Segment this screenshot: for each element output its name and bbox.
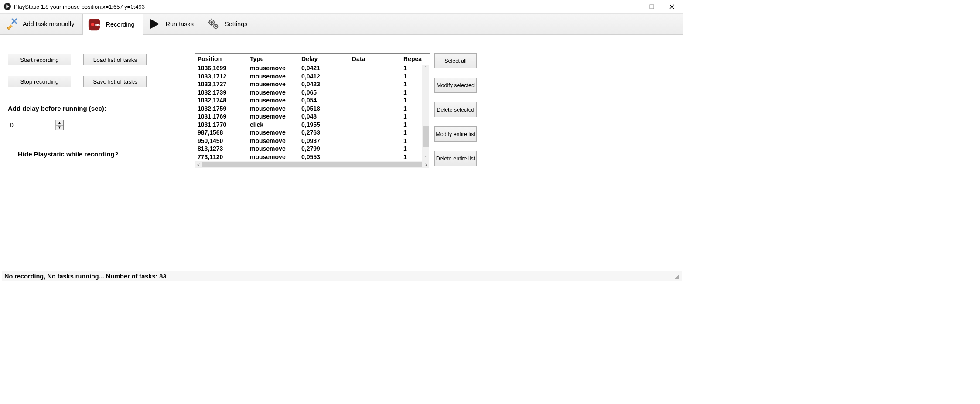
- delete-selected-button[interactable]: Delete selected: [434, 102, 477, 117]
- hscroll-track[interactable]: [202, 162, 422, 167]
- delete-entire-list-button[interactable]: Delete entire list: [434, 151, 477, 166]
- play-icon: [147, 17, 161, 31]
- record-icon: REC: [87, 17, 101, 31]
- start-recording-button[interactable]: Start recording: [8, 54, 71, 65]
- table-row[interactable]: 950,1450mousemove0,09371: [195, 137, 430, 145]
- scroll-right-icon[interactable]: >: [425, 163, 427, 167]
- modify-selected-button[interactable]: Modify selected: [434, 78, 477, 93]
- table-row[interactable]: 987,1568mousemove0,27631: [195, 129, 430, 137]
- table-row[interactable]: 1033,1727mousemove0,04231: [195, 80, 430, 88]
- col-repeat[interactable]: Repea: [401, 55, 422, 62]
- close-button[interactable]: [662, 0, 682, 13]
- modify-entire-list-button[interactable]: Modify entire list: [434, 126, 477, 142]
- col-position[interactable]: Position: [195, 55, 247, 62]
- cell-delay: 0,2763: [299, 129, 349, 136]
- table-row[interactable]: 773,1120mousemove0,05531: [195, 153, 430, 161]
- window-title: PlayStatic 1.8 your mouse position:x=1:6…: [14, 3, 145, 10]
- table-row[interactable]: 1036,1699mousemove0,04211: [195, 64, 430, 72]
- table-row[interactable]: 1032,1739mousemove0,0651: [195, 88, 430, 97]
- table-row[interactable]: 1032,1759mousemove0,05181: [195, 105, 430, 113]
- cell-delay: 0,0937: [299, 137, 349, 144]
- select-all-button[interactable]: Select all: [434, 53, 477, 68]
- cell-position: 1032,1759: [195, 105, 247, 112]
- cell-type: mousemove: [247, 65, 299, 71]
- cell-repeat: 1: [401, 89, 422, 96]
- col-data[interactable]: Data: [349, 55, 401, 62]
- hide-checkbox-label: Hide Playstatic while recording?: [18, 150, 119, 158]
- save-list-button[interactable]: Save list of tasks: [83, 76, 147, 87]
- delay-input[interactable]: [8, 120, 55, 130]
- cell-position: 773,1120: [195, 153, 247, 160]
- cell-delay: 0,2799: [299, 145, 349, 152]
- vertical-scrollbar[interactable]: ˄ ˅: [422, 65, 429, 161]
- cell-repeat: 1: [401, 113, 422, 120]
- cell-delay: 0,0553: [299, 153, 349, 160]
- cell-position: 1036,1699: [195, 65, 247, 71]
- maximize-button[interactable]: [642, 0, 662, 13]
- gear-icon: [206, 17, 220, 31]
- cell-type: mousemove: [247, 73, 299, 80]
- table-row[interactable]: 1033,1712mousemove0,04121: [195, 72, 430, 81]
- spinner-down-icon[interactable]: ▼: [56, 126, 63, 130]
- col-delay[interactable]: Delay: [299, 55, 349, 62]
- scroll-left-icon[interactable]: <: [197, 163, 200, 167]
- status-text: No recording, No tasks running... Number…: [4, 273, 166, 280]
- cell-delay: 0,065: [299, 89, 349, 96]
- cell-delay: 0,054: [299, 97, 349, 104]
- col-type[interactable]: Type: [247, 55, 299, 62]
- svg-point-13: [215, 26, 216, 27]
- cell-type: mousemove: [247, 137, 299, 144]
- right-panel: Select all Modify selected Delete select…: [434, 53, 477, 175]
- cell-delay: 0,1955: [299, 121, 349, 128]
- cell-delay: 0,0423: [299, 81, 349, 88]
- tab-run-tasks[interactable]: Run tasks: [143, 14, 202, 34]
- cell-repeat: 1: [401, 137, 422, 144]
- cell-repeat: 1: [401, 153, 422, 160]
- svg-point-11: [211, 21, 212, 23]
- cell-position: 987,1568: [195, 129, 247, 136]
- cell-position: 1031,1769: [195, 113, 247, 120]
- scroll-down-icon[interactable]: ˅: [422, 154, 429, 161]
- load-list-button[interactable]: Load list of tasks: [83, 54, 147, 65]
- spinner-arrows[interactable]: ▲ ▼: [55, 120, 63, 130]
- svg-marker-9: [150, 19, 159, 29]
- tab-recording[interactable]: REC Recording: [82, 14, 143, 35]
- hide-checkbox-row[interactable]: Hide Playstatic while recording?: [8, 150, 191, 158]
- scroll-up-icon[interactable]: ˄: [422, 65, 429, 71]
- horizontal-scrollbar[interactable]: < >: [195, 161, 429, 168]
- minimize-button[interactable]: [621, 0, 642, 13]
- content-area: Start recording Load list of tasks Stop …: [0, 35, 683, 269]
- cell-type: mousemove: [247, 113, 299, 120]
- hide-checkbox[interactable]: [8, 151, 14, 157]
- left-panel: Start recording Load list of tasks Stop …: [8, 54, 191, 158]
- cell-delay: 0,0412: [299, 73, 349, 80]
- cell-position: 1031,1770: [195, 121, 247, 128]
- tasks-table[interactable]: Position Type Delay Data Repea 1036,1699…: [195, 53, 430, 169]
- delay-label: Add delay before running (sec):: [8, 105, 191, 112]
- table-row[interactable]: 1031,1770click0,19551: [195, 121, 430, 129]
- cell-type: mousemove: [247, 81, 299, 88]
- table-header[interactable]: Position Type Delay Data Repea: [195, 54, 430, 64]
- cell-repeat: 1: [401, 105, 422, 112]
- delay-spinner[interactable]: ▲ ▼: [8, 120, 64, 130]
- tab-add-task-manually[interactable]: Add task manually: [0, 14, 82, 34]
- status-bar: No recording, No tasks running... Number…: [2, 271, 682, 281]
- cell-repeat: 1: [401, 73, 422, 80]
- tab-settings[interactable]: Settings: [202, 14, 256, 34]
- table-row[interactable]: 1031,1769mousemove0,0481: [195, 112, 430, 121]
- cell-type: mousemove: [247, 145, 299, 152]
- resize-grip-icon[interactable]: [673, 273, 679, 279]
- toolbar: Add task manually REC Recording Run task…: [0, 13, 683, 35]
- scroll-thumb[interactable]: [423, 126, 429, 147]
- cell-repeat: 1: [401, 65, 422, 71]
- table-row[interactable]: 813,1273mousemove0,27991: [195, 145, 430, 153]
- cell-delay: 0,048: [299, 113, 349, 120]
- stop-recording-button[interactable]: Stop recording: [8, 76, 71, 87]
- spinner-up-icon[interactable]: ▲: [56, 120, 63, 126]
- wrench-icon: [4, 17, 18, 31]
- table-body[interactable]: 1036,1699mousemove0,042111033,1712mousem…: [195, 64, 430, 162]
- cell-position: 1032,1739: [195, 89, 247, 96]
- cell-repeat: 1: [401, 97, 422, 104]
- table-row[interactable]: 1032,1748mousemove0,0541: [195, 96, 430, 105]
- svg-point-7: [91, 23, 95, 26]
